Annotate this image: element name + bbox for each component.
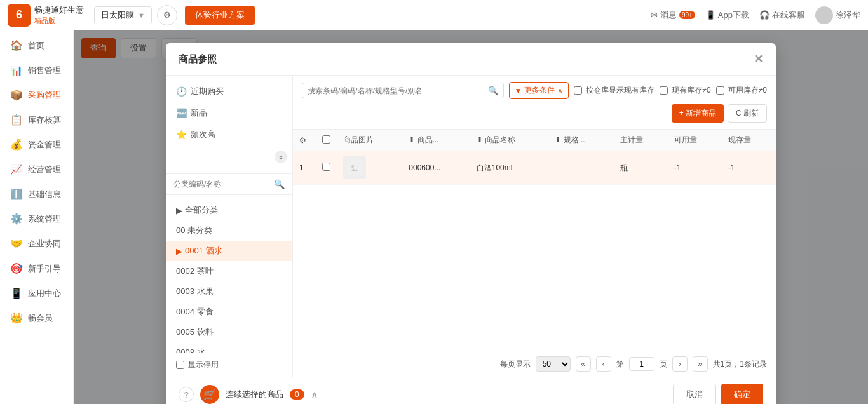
layout: 🏠 首页 📊 销售管理 📦 采购管理 📋 库存核算 💰 资金管理 📈 经营管理 … xyxy=(0,30,868,404)
col-spec: ⬆ 规格... xyxy=(548,130,613,151)
modal: 商品参照 ✕ 🕐 近期购买 🆕 xyxy=(166,43,776,404)
prev-page-button[interactable]: ‹ xyxy=(596,356,611,372)
sidebar-item-apps-label: 应用中心 xyxy=(28,288,61,299)
avatar xyxy=(815,6,833,24)
product-search-icon[interactable]: 🔍 xyxy=(488,86,498,95)
main-content: 查询 设置 刷新 商品参照 ✕ 🕐 xyxy=(74,30,868,404)
category-search-input[interactable] xyxy=(173,180,270,189)
collapse-button[interactable]: « xyxy=(275,151,287,163)
search-icon[interactable]: 🔍 xyxy=(274,179,285,189)
recent-icon: 🕐 xyxy=(176,86,187,97)
cat-item-uncategorized[interactable]: 00 未分类 xyxy=(166,220,292,241)
sidebar-item-collab[interactable]: 🤝 企业协同 xyxy=(0,231,73,256)
first-page-button[interactable]: « xyxy=(576,356,591,372)
page-number-input[interactable] xyxy=(629,357,654,371)
app-download-button[interactable]: 📱 App下载 xyxy=(705,10,749,21)
modal-header: 商品参照 ✕ xyxy=(166,43,776,76)
add-product-button[interactable]: + 新增商品 xyxy=(672,104,724,123)
sidebar-item-apps[interactable]: 📱 应用中心 xyxy=(0,281,73,306)
trial-button[interactable]: 体验行业方案 xyxy=(185,6,255,25)
col-name-label: ⬆ 商品名称 xyxy=(477,135,515,144)
sidebar-item-member[interactable]: 👑 畅会员 xyxy=(0,306,73,330)
sidebar-item-basic-info[interactable]: ℹ️ 基础信息 xyxy=(0,182,73,206)
tab-new-label: 新品 xyxy=(191,107,207,119)
cat-label-all: 全部分类 xyxy=(185,205,218,216)
available-label[interactable]: 现有库存≠0 xyxy=(672,85,710,96)
cat-label-00: 00 未分类 xyxy=(176,225,212,236)
col-unit: 主计量 xyxy=(614,130,668,151)
table-row[interactable]: 1 xyxy=(293,151,776,185)
cancel-button[interactable]: 取消 xyxy=(673,384,716,404)
svg-rect-0 xyxy=(347,160,362,175)
row-checkbox[interactable] xyxy=(322,163,330,171)
member-icon: 👑 xyxy=(10,312,23,324)
tab-recent-purchase[interactable]: 🕐 近期购买 xyxy=(166,81,292,102)
available-checkbox[interactable] xyxy=(660,86,668,95)
page-label: 第 xyxy=(616,359,624,370)
col-image: 商品图片 xyxy=(337,130,402,151)
tab-new-products[interactable]: 🆕 新品 xyxy=(166,102,292,124)
sidebar-item-finance[interactable]: 💰 资金管理 xyxy=(0,132,73,157)
chevron-down-icon: ▼ xyxy=(138,11,145,19)
cat-item-drinks[interactable]: 0005 饮料 xyxy=(166,322,292,342)
modal-left-footer: 显示停用 xyxy=(166,353,292,377)
cat-item-tea[interactable]: 0002 茶叶 xyxy=(166,261,292,281)
sidebar-item-member-label: 畅会员 xyxy=(28,313,53,324)
sidebar-item-purchase[interactable]: 📦 采购管理 xyxy=(0,83,73,107)
modal-title: 商品参照 xyxy=(179,53,217,65)
cat-item-liquor[interactable]: ▶ 0001 酒水 xyxy=(166,241,292,261)
per-page-select[interactable]: 50 100 200 xyxy=(536,356,571,372)
logo-sub: 精品版 xyxy=(34,16,84,25)
cat-label-0004: 0004 零食 xyxy=(176,306,214,318)
col-settings: ⚙ xyxy=(293,130,316,151)
help-button[interactable]: ? xyxy=(179,387,194,402)
sidebar: 🏠 首页 📊 销售管理 📦 采购管理 📋 库存核算 💰 资金管理 📈 经营管理 … xyxy=(0,30,74,404)
modal-close-button[interactable]: ✕ xyxy=(754,52,763,66)
sidebar-item-inventory[interactable]: 📋 库存核算 xyxy=(0,107,73,132)
refresh-button[interactable]: C 刷新 xyxy=(728,104,767,123)
online-service-button[interactable]: 🎧 在线客服 xyxy=(759,10,805,21)
filter-button[interactable]: ▼ 更多条件 ∧ xyxy=(509,82,569,99)
sidebar-item-operations[interactable]: 📈 经营管理 xyxy=(0,157,73,182)
product-search-input[interactable] xyxy=(308,86,485,95)
tab-frequent[interactable]: ⭐ 频次高 xyxy=(166,124,292,145)
sales-icon: 📊 xyxy=(10,64,23,76)
nav-dropdown[interactable]: 日太阳膜 ▼ xyxy=(94,6,152,24)
filter-icon: ▼ xyxy=(515,86,522,95)
sidebar-item-system[interactable]: ⚙️ 系统管理 xyxy=(0,206,73,231)
usable-label[interactable]: 可用库存≠0 xyxy=(728,85,767,96)
sidebar-item-finance-label: 资金管理 xyxy=(28,139,61,151)
cat-item-water[interactable]: 0008 水 xyxy=(166,342,292,353)
last-page-button[interactable]: » xyxy=(693,356,708,372)
col-stock: 现存量 xyxy=(722,130,776,151)
row-check xyxy=(316,151,337,185)
row-code: 000600... xyxy=(402,151,470,185)
sidebar-item-sales[interactable]: 📊 销售管理 xyxy=(0,58,73,83)
by-warehouse-label[interactable]: 按仓库显示现有库存 xyxy=(586,85,654,96)
by-warehouse-checkbox[interactable] xyxy=(574,86,582,95)
messages-button[interactable]: ✉ 消息 99+ xyxy=(651,10,695,21)
sidebar-item-guide[interactable]: 🎯 新手引导 xyxy=(0,256,73,281)
sidebar-item-operations-label: 经营管理 xyxy=(28,164,61,175)
settings-icon[interactable]: ⚙ xyxy=(157,5,177,25)
username-label: 徐泽华 xyxy=(836,10,860,21)
table-header-row: ⚙ 商品图片 ⬆ 商品... ⬆ 商品名称 xyxy=(293,130,776,151)
cat-item-fruit[interactable]: 0003 水果 xyxy=(166,281,292,302)
select-all-checkbox[interactable] xyxy=(322,135,330,144)
footer-collapse-icon[interactable]: ∧ xyxy=(311,389,318,401)
next-page-button[interactable]: › xyxy=(672,356,688,372)
category-tree: ▶ 全部分类 00 未分类 ▶ 0001 酒水 0002 茶 xyxy=(166,195,292,353)
usable-checkbox[interactable] xyxy=(716,86,724,95)
show-disabled-checkbox[interactable] xyxy=(176,361,184,369)
col-available: 可用量 xyxy=(668,130,722,151)
product-thumbnail xyxy=(343,156,366,179)
confirm-button[interactable]: 确定 xyxy=(721,384,763,404)
show-disabled-label[interactable]: 显示停用 xyxy=(188,360,219,370)
operations-icon: 📈 xyxy=(10,163,23,175)
cat-item-all[interactable]: ▶ 全部分类 xyxy=(166,200,292,220)
cat-item-snacks[interactable]: 0004 零食 xyxy=(166,302,292,322)
sidebar-item-home[interactable]: 🏠 首页 xyxy=(0,33,73,58)
user-menu[interactable]: 徐泽华 xyxy=(815,6,860,24)
row-stock: -1 xyxy=(722,151,776,185)
cat-label-0005: 0005 饮料 xyxy=(176,327,214,338)
